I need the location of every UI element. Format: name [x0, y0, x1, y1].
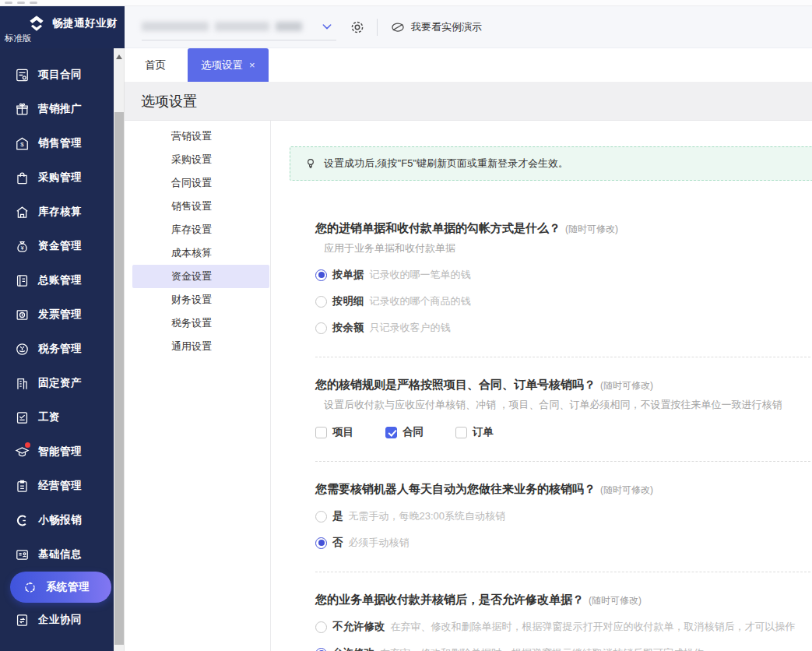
- svg-text:¥: ¥: [21, 245, 24, 250]
- checkbox-order[interactable]: 订单: [455, 425, 526, 439]
- reimburse-icon: [15, 513, 30, 528]
- section-divider: [315, 461, 812, 462]
- settings-nav-general[interactable]: 通用设置: [132, 335, 269, 358]
- tab-home[interactable]: 首页: [132, 48, 178, 82]
- sidebar-item-tax[interactable]: 税务管理: [0, 332, 114, 366]
- org-name-redacted: [142, 22, 209, 31]
- sidebar-item-inventory[interactable]: 库存核算: [0, 195, 114, 229]
- sidebar-item-funds[interactable]: ¥ 资金管理: [0, 229, 114, 263]
- operations-icon: [15, 479, 30, 494]
- radio-selected-icon[interactable]: [315, 648, 327, 651]
- radio-icon[interactable]: [315, 296, 327, 308]
- settings-nav-sales[interactable]: 销售设置: [132, 195, 269, 218]
- sidebar-item-system-management[interactable]: 系统管理: [10, 572, 111, 603]
- funds-icon: ¥: [15, 239, 30, 254]
- checkbox-icon[interactable]: [455, 427, 467, 438]
- checkbox-icon[interactable]: [315, 427, 327, 438]
- radio-option-by-balance[interactable]: 按余额 只记录收客户的钱: [315, 321, 812, 335]
- scroll-up-arrow[interactable]: [116, 55, 122, 59]
- sidebar-item-general-ledger[interactable]: 总账管理: [0, 263, 114, 297]
- notice-text: 设置成功后,须按"F5"键刷新页面或重新登录才会生效。: [324, 157, 568, 171]
- system-icon: [23, 580, 37, 595]
- tab-bar: 首页 选项设置 ×: [125, 48, 812, 82]
- radio-icon[interactable]: [315, 621, 327, 633]
- demo-link[interactable]: 我要看实例演示: [390, 19, 482, 35]
- settings-nav-cost[interactable]: 成本核算: [132, 241, 269, 265]
- brand-logo-icon: [26, 13, 47, 33]
- settings-nav-funds[interactable]: 资金设置: [132, 265, 269, 288]
- product-name: 畅捷通好业财: [52, 16, 118, 30]
- invoice-icon: [15, 308, 30, 322]
- payroll-icon: [15, 410, 30, 425]
- chevron-down-icon[interactable]: [321, 20, 333, 33]
- sidebar-item-reimburse[interactable]: 小畅报销: [0, 503, 114, 537]
- inventory-icon: [15, 205, 30, 220]
- sidebar-item-project-contract[interactable]: 项目合同: [0, 58, 114, 92]
- sidebar-item-collaboration[interactable]: 企业协同: [0, 603, 114, 637]
- tab-close-icon[interactable]: ×: [249, 60, 255, 70]
- question-note: 应用于业务单据和收付款单据: [324, 241, 812, 255]
- radio-option-allow-modify[interactable]: 允许修改 在弃审、修改和删除单据时，根据弹窗提示继续取消核销后即可完成操作: [315, 646, 812, 651]
- collaboration-icon: [15, 613, 30, 628]
- edition-label: 标准版: [5, 33, 32, 44]
- sidebar-item-smart-management[interactable]: 智能管理: [0, 435, 114, 469]
- question-heading: 您的业务单据收付款并核销后，是否允许修改单据？(随时可修改): [315, 593, 812, 607]
- header-divider: [377, 19, 378, 36]
- radio-icon[interactable]: [315, 322, 327, 334]
- sales-icon: $: [15, 136, 30, 151]
- section-divider: [315, 572, 812, 572]
- page-title: 选项设置: [141, 92, 197, 111]
- scrollbar-thumb[interactable]: [114, 112, 124, 645]
- checkbox-checked-icon[interactable]: [385, 427, 397, 438]
- question-heading: 您需要核销机器人每天自动为您做往来业务的核销吗？(随时可修改): [315, 482, 812, 497]
- sidebar-item-invoice[interactable]: 发票管理: [0, 297, 114, 332]
- org-selector[interactable]: [142, 14, 336, 40]
- sidebar-item-basic-info[interactable]: 基础信息: [0, 537, 114, 572]
- gear-icon[interactable]: [349, 19, 366, 36]
- sidebar-item-sales[interactable]: $ 销售管理: [0, 126, 114, 160]
- settings-nav-finance[interactable]: 财务设置: [132, 288, 269, 311]
- radio-icon[interactable]: [315, 511, 327, 523]
- tab-option-settings[interactable]: 选项设置 ×: [188, 48, 269, 82]
- radio-selected-icon[interactable]: [315, 537, 327, 549]
- radio-option-by-document[interactable]: 按单据 记录收的哪一笔单的钱: [315, 268, 812, 282]
- question-checking-method: 您的进销单据和收付款单据的勾帐方式是什么？(随时可修改) 应用于业务单据和收付款…: [315, 221, 812, 335]
- checkbox-contract[interactable]: 合同: [385, 425, 455, 439]
- sidebar-item-operations[interactable]: 经营管理: [0, 469, 114, 503]
- question-hint: (随时可修改): [589, 595, 642, 606]
- radio-option-no[interactable]: 否 必须手动核销: [315, 536, 812, 550]
- page-title-bar: 选项设置: [125, 82, 812, 121]
- notification-badge: [25, 442, 30, 448]
- tax-icon: [15, 342, 30, 357]
- sidebar-item-marketing[interactable]: 营销推广: [0, 92, 114, 126]
- sidebar-item-purchase[interactable]: 采购管理: [0, 160, 114, 195]
- basic-info-icon: [15, 547, 30, 562]
- demo-chat-icon: [390, 19, 406, 35]
- settings-category-nav: 营销设置 采购设置 合同设置 销售设置 库存设置 成本核算 资金设置 财务设置 …: [125, 121, 271, 651]
- sidebar-scrollbar[interactable]: [114, 48, 125, 651]
- sidebar-item-payroll[interactable]: 工资: [0, 400, 114, 435]
- radio-option-by-detail[interactable]: 按明细 记录收的哪个商品的钱: [315, 294, 812, 308]
- checkbox-project[interactable]: 项目: [315, 425, 385, 439]
- radio-option-yes[interactable]: 是 无需手动，每晚23:00系统自动核销: [315, 509, 812, 523]
- settings-nav-tax[interactable]: 税务设置: [132, 311, 269, 335]
- browser-edge-strip: [0, 0, 812, 6]
- demo-link-label: 我要看实例演示: [411, 20, 482, 34]
- settings-nav-inventory[interactable]: 库存设置: [132, 218, 269, 241]
- purchase-icon: [15, 171, 30, 185]
- svg-text:$: $: [20, 141, 24, 148]
- radio-option-disallow-modify[interactable]: 不允许修改 在弃审、修改和删除单据时，根据弹窗提示打开对应的收付款单，取消核销后…: [315, 620, 812, 634]
- contract-icon: [15, 68, 30, 83]
- question-hint: (随时可修改): [600, 484, 653, 495]
- question-note: 设置后收付款与应收应付单核销、冲销 ，项目、合同、订单必须相同，不设置按往来单位…: [324, 398, 812, 412]
- ledger-icon: [15, 273, 30, 288]
- radio-selected-icon[interactable]: [315, 269, 327, 281]
- app-window: 畅捷通好业财 标准版 我要看实例演示 项目: [0, 0, 812, 651]
- question-allow-modify: 您的业务单据收付款并核销后，是否允许修改单据？(随时可修改) 不允许修改 在弃审…: [315, 593, 812, 651]
- settings-nav-marketing[interactable]: 营销设置: [132, 125, 269, 148]
- settings-nav-purchase[interactable]: 采购设置: [132, 148, 269, 171]
- question-hint: (随时可修改): [565, 223, 618, 234]
- settings-nav-contract[interactable]: 合同设置: [132, 171, 269, 195]
- sidebar-item-fixed-assets[interactable]: 固定资产: [0, 366, 114, 400]
- question-auto-writeoff-robot: 您需要核销机器人每天自动为您做往来业务的核销吗？(随时可修改) 是 无需手动，每…: [315, 482, 812, 550]
